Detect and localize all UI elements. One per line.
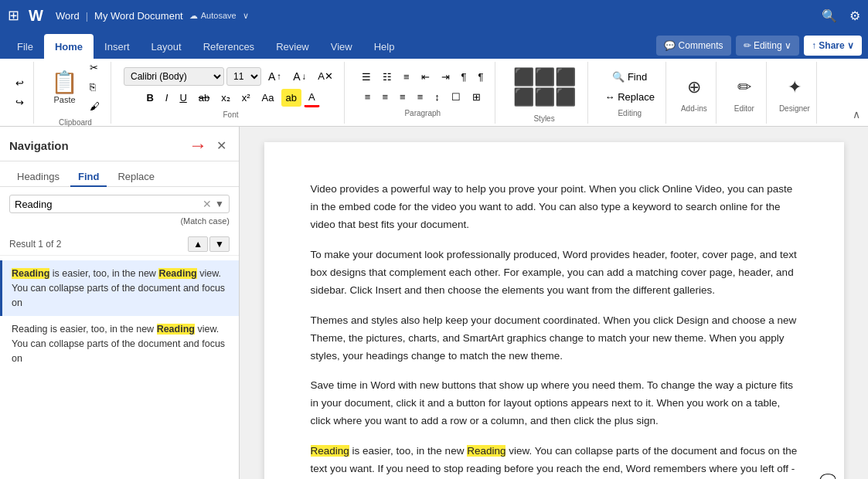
result-count: Result 1 of 2 bbox=[9, 239, 61, 250]
paragraph-4: Save time in Word with new buttons that … bbox=[311, 377, 798, 430]
settings-icon[interactable]: ⚙ bbox=[849, 8, 860, 23]
autosave-indicator: ☁ Autosave bbox=[189, 11, 237, 21]
tab-replace[interactable]: Replace bbox=[110, 168, 162, 187]
tab-file[interactable]: File bbox=[6, 34, 44, 59]
editing-button[interactable]: ✏ Editing ∨ bbox=[736, 36, 799, 56]
designer-button[interactable]: ✦ bbox=[779, 73, 810, 101]
copy-button[interactable]: ⎘ bbox=[85, 78, 104, 96]
strikethrough-button[interactable]: ab bbox=[194, 89, 214, 107]
redo-button[interactable]: ↪ bbox=[11, 93, 29, 111]
borders-button[interactable]: ⊞ bbox=[468, 88, 485, 106]
rtl-button[interactable]: ¶ bbox=[474, 68, 488, 86]
bold-button[interactable]: B bbox=[141, 89, 158, 107]
match-case-label: (Match case) bbox=[9, 216, 230, 226]
nav-result-item[interactable]: Reading is easier, too, in the new Readi… bbox=[0, 316, 239, 372]
addins-button[interactable]: ⊕ bbox=[679, 73, 710, 101]
next-result-button[interactable]: ▼ bbox=[209, 236, 230, 252]
tab-insert[interactable]: Insert bbox=[94, 34, 141, 59]
nav-arrows: ▲ ▼ bbox=[188, 236, 230, 252]
result-text-3: Reading is easier, too, in the new bbox=[12, 324, 157, 335]
paragraph-2: To make your document look professionall… bbox=[311, 246, 798, 300]
comment-icon[interactable]: 💬 bbox=[819, 473, 836, 479]
search-input[interactable] bbox=[15, 199, 199, 210]
bullets-button[interactable]: ☰ bbox=[357, 68, 376, 86]
paste-icon: 📋 bbox=[51, 70, 78, 95]
shading-button[interactable]: ☐ bbox=[447, 88, 465, 106]
tab-home[interactable]: Home bbox=[44, 34, 94, 59]
decrease-indent-button[interactable]: ⇤ bbox=[417, 68, 434, 86]
multilevel-button[interactable]: ≡ bbox=[399, 68, 414, 86]
search-highlight-1: Reading bbox=[12, 268, 49, 279]
editor-group: ✏ Editor bbox=[723, 62, 767, 124]
ltr-button[interactable]: ¶ bbox=[457, 68, 471, 86]
italic-button[interactable]: I bbox=[161, 89, 173, 107]
styles-group: ⬛⬛⬛⬛⬛⬛ Styles bbox=[502, 62, 588, 124]
cut-button[interactable]: ✂ bbox=[85, 59, 104, 76]
search-highlight-3: Reading bbox=[157, 324, 195, 335]
share-button[interactable]: ↑ Share ∨ bbox=[804, 36, 862, 56]
underline-button[interactable]: U bbox=[175, 89, 191, 107]
replace-button[interactable]: ↔ Replace bbox=[601, 88, 659, 106]
align-right-button[interactable]: ≡ bbox=[395, 88, 410, 106]
tab-view[interactable]: View bbox=[320, 34, 363, 59]
reading-highlight-2: Reading bbox=[467, 445, 505, 457]
search-icon[interactable]: 🔍 bbox=[822, 8, 837, 23]
numbering-button[interactable]: ☷ bbox=[378, 68, 397, 86]
justify-button[interactable]: ≡ bbox=[413, 88, 428, 106]
find-button[interactable]: 🔍 Find bbox=[608, 68, 652, 86]
search-clear-icon[interactable]: ✕ bbox=[203, 198, 212, 210]
change-case-button[interactable]: Aa bbox=[257, 89, 279, 107]
font-family-select[interactable]: Calibri (Body) bbox=[124, 67, 224, 86]
ribbon-right-actions: 💬 Comments ✏ Editing ∨ ↑ Share ∨ bbox=[656, 36, 862, 59]
increase-indent-button[interactable]: ⇥ bbox=[437, 68, 454, 86]
title-bar: ⊞ W Word | My Word Document ☁ Autosave ∨… bbox=[0, 0, 868, 31]
format-painter-button[interactable]: 🖌 bbox=[85, 97, 104, 115]
font-color-button[interactable]: A bbox=[304, 88, 320, 107]
highlight-button[interactable]: ab bbox=[281, 89, 301, 107]
line-spacing-button[interactable]: ↕ bbox=[430, 88, 444, 106]
comments-button[interactable]: 💬 Comments bbox=[656, 36, 730, 56]
paragraph-5: Reading is easier, too, in the new Readi… bbox=[311, 443, 798, 479]
addins-icon: ⊕ bbox=[687, 77, 701, 97]
editor-button[interactable]: ✏ bbox=[729, 73, 760, 101]
reading-highlight-1: Reading bbox=[311, 445, 349, 457]
tab-find[interactable]: Find bbox=[70, 168, 107, 187]
nav-close-button[interactable]: ✕ bbox=[213, 137, 230, 155]
ribbon-tabs: File Home Insert Layout References Revie… bbox=[0, 31, 868, 59]
styles-icon: ⬛⬛⬛⬛⬛⬛ bbox=[513, 67, 576, 107]
nav-result-info: Result 1 of 2 ▲ ▼ bbox=[0, 233, 239, 256]
clear-format-button[interactable]: A✕ bbox=[313, 67, 338, 85]
paste-button[interactable]: 📋 Paste bbox=[46, 66, 83, 107]
undo-button[interactable]: ↩ bbox=[11, 74, 29, 92]
search-expand-icon[interactable]: ▼ bbox=[215, 199, 224, 209]
designer-icon: ✦ bbox=[788, 77, 802, 97]
subscript-button[interactable]: x₂ bbox=[216, 89, 235, 107]
paragraph-group: ☰ ☷ ≡ ⇤ ⇥ ¶ ¶ ≡ ≡ ≡ ≡ ↕ ☐ ⊞ Paragraph bbox=[351, 62, 495, 124]
nav-results: Reading is easier, too, in the new Readi… bbox=[0, 256, 239, 377]
document-page: Video provides a powerful way to help yo… bbox=[264, 142, 844, 479]
nav-tabs: Headings Find Replace bbox=[0, 161, 239, 187]
search-box: ✕ ▼ bbox=[9, 195, 230, 213]
font-size-select[interactable]: 11 bbox=[226, 67, 261, 86]
paragraph-1: Video provides a powerful way to help yo… bbox=[311, 181, 798, 234]
prev-result-button[interactable]: ▲ bbox=[188, 236, 208, 252]
shrink-font-button[interactable]: A↓ bbox=[288, 67, 311, 86]
nav-result-item[interactable]: Reading is easier, too, in the new Readi… bbox=[0, 260, 239, 316]
toolbar: ↩ ↪ 📋 Paste ✂ ⎘ 🖌 Clipboard Calibri (Bod… bbox=[0, 59, 868, 127]
tab-help[interactable]: Help bbox=[363, 34, 406, 59]
align-center-button[interactable]: ≡ bbox=[377, 88, 393, 106]
ribbon-collapse-button[interactable]: ∧ bbox=[851, 107, 862, 122]
nav-search-area: ✕ ▼ (Match case) bbox=[0, 187, 239, 233]
grow-font-button[interactable]: A↑ bbox=[264, 67, 286, 86]
tab-layout[interactable]: Layout bbox=[141, 34, 192, 59]
align-left-button[interactable]: ≡ bbox=[360, 88, 376, 106]
tab-references[interactable]: References bbox=[192, 34, 265, 59]
nav-header: Navigation → ✕ bbox=[0, 127, 239, 161]
superscript-button[interactable]: x² bbox=[237, 89, 255, 107]
styles-button[interactable]: ⬛⬛⬛⬛⬛⬛ bbox=[508, 63, 581, 111]
tab-review[interactable]: Review bbox=[265, 34, 320, 59]
chevron-icon[interactable]: ∨ bbox=[243, 11, 249, 21]
apps-icon[interactable]: ⊞ bbox=[8, 7, 19, 24]
tab-headings[interactable]: Headings bbox=[9, 168, 67, 187]
title-bar-actions: 🔍 ⚙ bbox=[822, 8, 860, 23]
